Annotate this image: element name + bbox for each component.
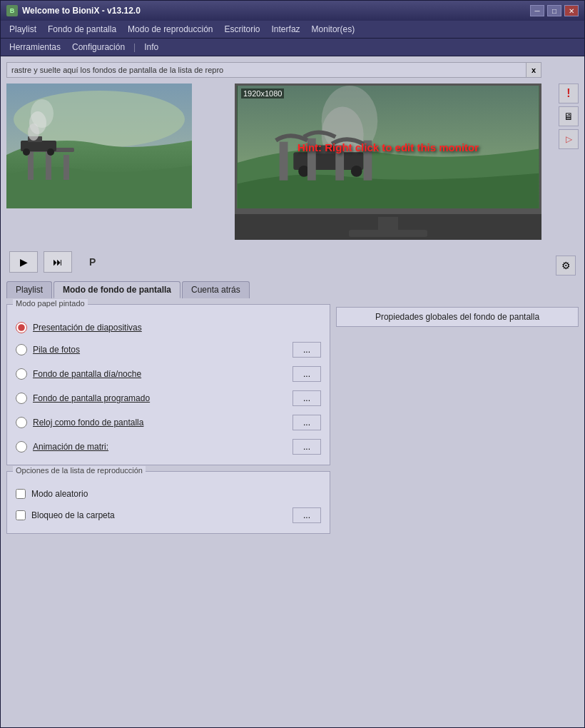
preview-left-thumbnail xyxy=(6,84,192,208)
title-bar: B Welcome to BioniX - v13.12.0 ─ □ ✕ xyxy=(1,1,584,21)
clock-label: Reloj como fondo de pantalla xyxy=(33,418,287,428)
settings-side-button[interactable]: ⚙ xyxy=(556,256,576,275)
wallpaper-mode-label: Modo papel pintado xyxy=(13,299,88,308)
window-controls: ─ □ ✕ xyxy=(530,5,579,16)
daynight-radio[interactable] xyxy=(16,368,27,380)
preview-section: rastre y suelte aquí los fondos de panta… xyxy=(1,56,584,246)
matrix-option-row: Animación de matri: ... xyxy=(13,435,324,459)
menu-separator: | xyxy=(131,40,138,54)
daynight-option-row: Fondo de pantalla día/noche ... xyxy=(13,362,324,386)
monitor-stand-area xyxy=(235,214,541,240)
matrix-options-button[interactable]: ... xyxy=(292,439,321,455)
content-area: rastre y suelte aquí los fondos de panta… xyxy=(1,56,584,727)
random-mode-checkbox[interactable] xyxy=(16,489,26,499)
lock-folder-label: Bloqueo de la carpeta xyxy=(31,510,287,520)
p-label: P xyxy=(89,256,96,268)
daynight-label: Fondo de pantalla día/noche xyxy=(33,369,287,379)
menu-fondo-pantalla[interactable]: Fondo de pantalla xyxy=(42,22,122,36)
close-drop-button[interactable]: x xyxy=(526,62,541,78)
svg-point-12 xyxy=(31,99,54,128)
play-arrow-button[interactable]: ▷ xyxy=(559,129,579,149)
tab-modo-fondo[interactable]: Modo de fondo de pantalla xyxy=(54,281,180,298)
menu-info[interactable]: Info xyxy=(138,40,164,54)
maximize-button[interactable]: □ xyxy=(547,5,561,16)
slideshow-radio[interactable] xyxy=(16,322,27,333)
main-panel: Modo papel pintado Presentación de diapo… xyxy=(1,298,584,727)
photostack-label: Pila de fotos xyxy=(33,345,287,355)
random-mode-label: Modo aleatorio xyxy=(31,489,321,499)
menu-configuracion[interactable]: Configuración xyxy=(66,40,131,54)
monitor-base xyxy=(349,230,427,237)
menu-bar-row1: Playlist Fondo de pantalla Modo de repro… xyxy=(1,21,584,39)
lock-folder-checkbox[interactable] xyxy=(16,510,26,520)
scheduled-option-row: Fondo de pantalla programado ... xyxy=(13,386,324,410)
global-properties-button[interactable]: Propiedades globales del fondo de pantal… xyxy=(336,307,579,327)
drop-target-bar[interactable]: rastre y suelte aquí los fondos de panta… xyxy=(6,62,541,78)
clock-option-row: Reloj como fondo de pantalla ... xyxy=(13,410,324,435)
daynight-options-button[interactable]: ... xyxy=(292,366,321,382)
svg-point-19 xyxy=(351,166,362,177)
monitor-frame: 1920x1080 xyxy=(235,84,541,240)
menu-herramientas[interactable]: Herramientas xyxy=(4,40,66,54)
tabs-bar: Playlist Modo de fondo de pantalla Cuent… xyxy=(1,278,584,298)
slideshow-option-row: Presentación de diapositivas xyxy=(13,318,324,338)
minimize-button[interactable]: ─ xyxy=(530,5,544,16)
tab-playlist[interactable]: Playlist xyxy=(6,281,52,298)
menu-escritorio[interactable]: Escritorio xyxy=(219,22,266,36)
left-panel: Modo papel pintado Presentación de diapo… xyxy=(6,304,330,722)
svg-rect-4 xyxy=(63,155,69,180)
wallpaper-mode-group: Modo papel pintado Presentación de diapo… xyxy=(6,304,330,465)
lock-folder-options-button[interactable]: ... xyxy=(292,507,321,523)
photostack-option-row: Pila de fotos ... xyxy=(13,338,324,362)
drop-label: rastre y suelte aquí los fondos de panta… xyxy=(11,66,223,74)
monitor-icon: 🖥 xyxy=(564,111,574,122)
right-panel: Propiedades globales del fondo de pantal… xyxy=(336,304,579,722)
menu-modo-reproduccion[interactable]: Modo de reproducción xyxy=(122,22,218,36)
menu-monitor[interactable]: Monitor(es) xyxy=(306,22,361,36)
side-buttons-panel: ! 🖥 ▷ xyxy=(559,84,579,149)
random-mode-row: Modo aleatorio xyxy=(13,485,324,503)
left-wallpaper-preview xyxy=(6,84,192,208)
matrix-radio[interactable] xyxy=(16,441,27,453)
monitor-bezel-bottom xyxy=(235,208,541,214)
lock-folder-row: Bloqueo de la carpeta ... xyxy=(13,503,324,527)
main-window: B Welcome to BioniX - v13.12.0 ─ □ ✕ Pla… xyxy=(0,0,585,728)
photostack-options-button[interactable]: ... xyxy=(292,342,321,358)
resolution-label: 1920x1080 xyxy=(241,89,284,98)
playback-controls: ▶ ⏭ P ⚙ xyxy=(1,246,584,278)
play-arrow-icon: ▷ xyxy=(566,134,572,144)
alert-icon: ! xyxy=(566,87,570,100)
left-preview-svg xyxy=(6,84,192,208)
monitor-button[interactable]: 🖥 xyxy=(559,106,579,126)
monitor-hint-text: Hint: Right click to edit this monitor xyxy=(297,141,479,153)
playlist-options-label: Opciones de la lista de reproducción xyxy=(13,466,146,475)
scheduled-options-button[interactable]: ... xyxy=(292,390,321,406)
tab-cuenta-atras[interactable]: Cuenta atrás xyxy=(182,281,250,298)
photostack-radio[interactable] xyxy=(16,344,27,355)
menu-playlist[interactable]: Playlist xyxy=(4,22,42,36)
close-button[interactable]: ✕ xyxy=(564,5,579,16)
matrix-label: Animación de matri: xyxy=(33,442,287,452)
playlist-options-group: Opciones de la lista de reproducción Mod… xyxy=(6,471,330,534)
menu-bar-row2: Herramientas Configuración | Info xyxy=(1,39,584,56)
alert-button[interactable]: ! xyxy=(559,84,579,103)
scheduled-label: Fondo de pantalla programado xyxy=(33,393,287,403)
preview-main-area: 1920x1080 xyxy=(198,84,579,240)
scheduled-radio[interactable] xyxy=(16,393,27,404)
app-icon: B xyxy=(6,5,18,16)
skip-button[interactable]: ⏭ xyxy=(44,251,72,273)
svg-point-8 xyxy=(23,148,30,156)
slideshow-label: Presentación de diapositivas xyxy=(33,323,321,333)
clock-options-button[interactable]: ... xyxy=(292,415,321,430)
play-button[interactable]: ▶ xyxy=(9,251,38,273)
menu-interfaz[interactable]: Interfaz xyxy=(266,22,306,36)
svg-rect-20 xyxy=(280,142,288,181)
svg-point-9 xyxy=(47,148,54,156)
gear-icon: ⚙ xyxy=(561,260,571,271)
window-title: Welcome to BioniX - v13.12.0 xyxy=(22,6,530,16)
svg-rect-2 xyxy=(28,151,34,180)
clock-radio[interactable] xyxy=(16,417,27,428)
monitor-screen[interactable]: 1920x1080 xyxy=(235,84,541,208)
monitor-neck xyxy=(378,217,398,230)
